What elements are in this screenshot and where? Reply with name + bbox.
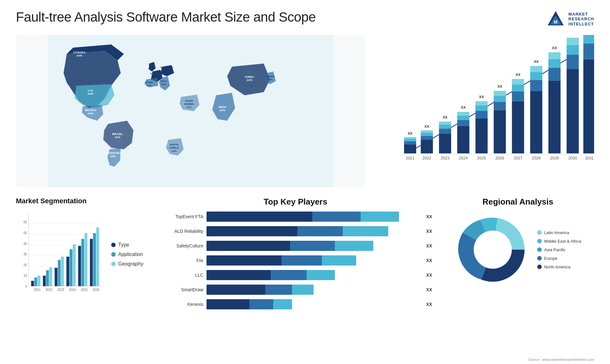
svg-text:2023: 2023 xyxy=(57,288,64,292)
svg-text:2030: 2030 xyxy=(568,156,577,160)
player-value-6: XX xyxy=(426,287,432,292)
svg-rect-41 xyxy=(404,137,416,139)
legend-dot-europe xyxy=(537,256,542,260)
player-name-2: ALD Reliability xyxy=(159,229,203,234)
player-bar-6 xyxy=(207,285,420,295)
svg-text:2025: 2025 xyxy=(81,288,88,292)
svg-text:FRANCE: FRANCE xyxy=(150,72,161,75)
legend-dot-mideast xyxy=(537,239,542,243)
svg-text:xx%: xx% xyxy=(153,76,158,78)
svg-text:SAUDI: SAUDI xyxy=(185,99,193,102)
source-text: Source : www.marketresearchintellect.com xyxy=(528,358,594,361)
svg-text:U.K.: U.K. xyxy=(149,63,154,66)
svg-rect-89 xyxy=(583,44,594,59)
logo-text: MARKET RESEARCH INTELLECT xyxy=(568,12,594,27)
svg-rect-66 xyxy=(494,91,506,96)
players-section: Top Key Players TopEvent FTA XX ALD Reli… xyxy=(159,197,432,318)
svg-rect-45 xyxy=(421,133,433,136)
player-bar-1 xyxy=(207,212,420,222)
svg-text:XX: XX xyxy=(443,115,448,119)
svg-text:2021: 2021 xyxy=(34,288,41,292)
regional-legend: Latin America Middle East & Africa Asia … xyxy=(537,230,581,269)
player-value-1: XX xyxy=(426,214,432,219)
svg-text:2024: 2024 xyxy=(459,156,468,160)
player-row-4: Fiix XX xyxy=(159,255,432,266)
svg-rect-128 xyxy=(66,257,69,286)
svg-text:XX: XX xyxy=(516,73,521,77)
player-name-6: SmartDraw xyxy=(159,287,203,292)
svg-text:ARGENTINA: ARGENTINA xyxy=(104,152,121,155)
svg-text:XX: XX xyxy=(461,105,466,109)
svg-text:2024: 2024 xyxy=(69,288,76,292)
players-chart: TopEvent FTA XX ALD Reliability xyxy=(159,212,432,309)
svg-rect-136 xyxy=(96,227,99,286)
legend-europe: Europe xyxy=(537,256,581,261)
player-row-1: TopEvent FTA XX xyxy=(159,212,432,222)
svg-rect-64 xyxy=(494,102,506,110)
svg-rect-122 xyxy=(43,276,46,286)
legend-latin-america: Latin America xyxy=(537,230,581,235)
player-bar-7 xyxy=(207,299,420,309)
svg-text:30: 30 xyxy=(24,253,27,256)
player-name-7: Kenexis xyxy=(159,302,203,307)
svg-text:2026: 2026 xyxy=(495,156,504,160)
svg-text:ARABIA: ARABIA xyxy=(184,103,194,105)
svg-rect-38 xyxy=(404,144,416,153)
svg-text:XX: XX xyxy=(408,131,413,135)
svg-text:GERMANY: GERMANY xyxy=(160,66,174,69)
svg-rect-40 xyxy=(404,139,416,141)
header: Fault-tree Analysis Software Market Size… xyxy=(16,10,594,29)
svg-text:xx%: xx% xyxy=(149,66,154,69)
svg-text:CANADA: CANADA xyxy=(73,51,86,54)
svg-text:AFRICA: AFRICA xyxy=(169,146,179,149)
svg-rect-46 xyxy=(421,130,433,133)
segmentation-title: Market Segmentation xyxy=(16,197,149,205)
regional-section: Regional Analysis xyxy=(442,197,594,318)
svg-text:INDIA: INDIA xyxy=(219,105,227,109)
legend-application: Application xyxy=(111,252,143,257)
svg-text:XX: XX xyxy=(497,84,502,88)
svg-rect-85 xyxy=(566,45,579,55)
svg-text:MEXICO: MEXICO xyxy=(85,109,96,112)
legend-dot-latin xyxy=(537,230,542,235)
svg-rect-39 xyxy=(404,141,416,145)
svg-text:xx%: xx% xyxy=(110,155,116,158)
svg-text:U.S.: U.S. xyxy=(88,89,93,92)
regional-chart-area: Latin America Middle East & Africa Asia … xyxy=(442,212,594,288)
svg-rect-43 xyxy=(421,140,433,153)
svg-rect-71 xyxy=(512,79,524,84)
svg-text:xx%: xx% xyxy=(172,150,177,152)
svg-rect-79 xyxy=(548,68,560,80)
svg-text:SOUTH: SOUTH xyxy=(170,143,179,146)
top-section: CANADA xx% U.S. xx% MEXICO xx% BRAZIL xx… xyxy=(16,35,594,187)
svg-text:2023: 2023 xyxy=(441,156,450,160)
svg-rect-54 xyxy=(457,120,469,126)
svg-text:50: 50 xyxy=(24,231,27,235)
svg-text:xx%: xx% xyxy=(115,136,120,139)
svg-text:xx%: xx% xyxy=(161,83,166,86)
svg-text:xx%: xx% xyxy=(186,106,192,109)
svg-rect-61 xyxy=(476,101,488,105)
player-name-4: Fiix xyxy=(159,258,203,263)
svg-rect-49 xyxy=(439,129,451,134)
svg-rect-135 xyxy=(93,233,96,286)
legend-dot-geography xyxy=(111,262,116,266)
player-value-4: XX xyxy=(426,258,432,263)
legend-dot-type xyxy=(111,243,116,247)
legend-asia-pacific: Asia Pacific xyxy=(537,247,581,252)
player-bar-4 xyxy=(207,255,420,266)
svg-rect-131 xyxy=(78,246,81,286)
svg-text:xx%: xx% xyxy=(268,78,273,81)
segmentation-chart-area: 0 10 20 30 40 50 60 xyxy=(16,210,149,299)
bar-chart-svg: XX XX XX XX xyxy=(378,35,594,175)
svg-rect-74 xyxy=(530,80,542,91)
legend-dot-application xyxy=(111,252,116,257)
player-name-5: LLC xyxy=(159,273,203,278)
svg-rect-69 xyxy=(512,91,524,101)
player-row-7: Kenexis XX xyxy=(159,299,432,309)
svg-text:2029: 2029 xyxy=(550,156,559,160)
svg-rect-86 xyxy=(566,38,579,45)
svg-text:xx%: xx% xyxy=(88,112,93,115)
svg-rect-50 xyxy=(439,125,451,128)
player-name-1: TopEvent FTA xyxy=(159,214,203,219)
